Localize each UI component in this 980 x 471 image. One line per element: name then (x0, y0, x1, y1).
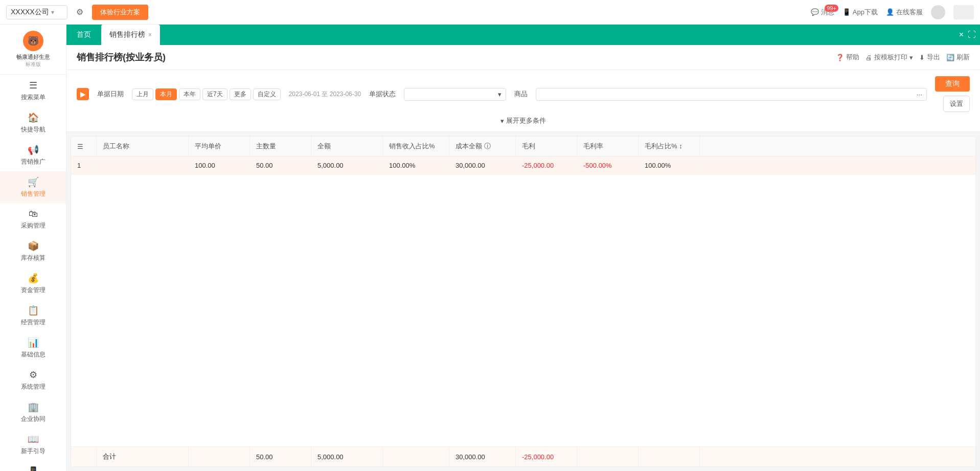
logo-bear-icon: 🐻 (28, 35, 39, 47)
window-close-icon[interactable]: × (959, 30, 964, 39)
tab-home[interactable]: 首页 (66, 25, 101, 45)
this-year-button[interactable]: 本年 (179, 88, 200, 100)
this-month-button[interactable]: 本月 (155, 88, 177, 100)
goods-select[interactable]: ··· (536, 88, 927, 101)
query-button[interactable]: 查询 (935, 76, 970, 92)
tab-close-icon[interactable]: × (148, 31, 152, 38)
template-print-button[interactable]: 🖨 按模板打印 ▾ (865, 53, 913, 62)
cell-main-qty: 50.00 (250, 156, 311, 174)
user-avatar[interactable] (931, 5, 945, 19)
export-icon: ⬇ (919, 54, 925, 61)
sidebar-item-label: 资金管理 (21, 286, 45, 295)
message-icon: 💬 (811, 8, 819, 16)
chevron-down-icon: ▾ (51, 9, 54, 16)
help-button[interactable]: ❓ 帮助 (836, 53, 859, 62)
sys-icon: ⚙ (29, 369, 37, 380)
filter-row: ▶ 单据日期 上月 本月 本年 近7天 更多 自定义 2023-06-01 至 … (77, 76, 970, 112)
template-print-label: 按模板打印 (874, 53, 907, 62)
sidebar-item-search-order[interactable]: ☰ 搜索菜单 (0, 75, 66, 107)
sidebar-item-label: 销售管理 (21, 190, 45, 198)
tab-bar-actions: × ⛶ (959, 30, 980, 39)
sidebar-item-beginner[interactable]: 📖 新手引导 (0, 429, 66, 461)
footer-gross: -25,000.00 (516, 447, 577, 466)
company-name: XXXXX公司 (11, 8, 49, 17)
col-avg-price: 平均单价 (189, 137, 250, 156)
sidebar-item-quick-nav[interactable]: 🏠 快捷导航 (0, 107, 66, 139)
user-menu[interactable] (953, 5, 974, 19)
footer-label (71, 447, 97, 466)
logo-sub: 标准版 (26, 61, 41, 68)
logo-icon: 🐻 (23, 31, 43, 51)
sidebar-item-label: 采购管理 (21, 221, 45, 230)
online-support-button[interactable]: 👤 在线客服 (886, 8, 923, 17)
refresh-icon: 🔄 (946, 54, 954, 61)
toggle-icon: ▶ (80, 90, 86, 98)
filter-area: ▶ 单据日期 上月 本月 本年 近7天 更多 自定义 2023-06-01 至 … (66, 70, 980, 132)
custom-button[interactable]: 自定义 (253, 88, 281, 100)
refresh-button[interactable]: 🔄 刷新 (946, 53, 970, 62)
footer-avg-price (189, 447, 250, 466)
sidebar-item-inventory[interactable]: 📦 库存核算 (0, 235, 66, 267)
marketing-icon: 📢 (28, 144, 39, 155)
cell-gross-ratio: 100.00% (639, 156, 700, 174)
table-body: 1 100.00 50.00 5,000.00 100.00% 30,000.0… (71, 156, 975, 446)
expand-filters-button[interactable]: ▾ 展开更多条件 (500, 116, 546, 125)
footer-total-label: 合计 (97, 447, 189, 466)
table-footer: 合计 50.00 5,000.00 30,000.00 -25,000.00 (71, 446, 975, 466)
export-button[interactable]: ⬇ 导出 (919, 53, 940, 62)
main-layout: 🐻 畅康通好生意 标准版 ☰ 搜索菜单 🏠 快捷导航 📢 营销推广 🛒 销售管理… (0, 25, 980, 471)
status-select[interactable]: ▾ (404, 88, 506, 101)
corp-icon: 🏢 (28, 401, 39, 413)
sidebar-item-sys-mgmt[interactable]: ⚙ 系统管理 (0, 364, 66, 396)
sidebar-item-label: 系统管理 (21, 383, 45, 391)
logo-area: 🐻 畅康通好生意 标准版 (0, 25, 66, 75)
sidebar-item-sales-mgmt[interactable]: 🛒 销售管理 (0, 171, 66, 204)
sidebar-item-label: 快捷导航 (21, 125, 45, 134)
sidebar-item-marketing[interactable]: 📢 营销推广 (0, 139, 66, 171)
gear-icon: ⚙ (76, 7, 83, 17)
sidebar-item-corp-collab[interactable]: 🏢 企业协同 (0, 396, 66, 429)
filter-toggle-button[interactable]: ▶ (77, 88, 89, 100)
trial-button[interactable]: 体验行业方案 (92, 5, 148, 20)
more-button[interactable]: 更多 (230, 88, 251, 100)
window-maximize-icon[interactable]: ⛶ (968, 30, 976, 39)
sidebar-item-label: 新手引导 (21, 447, 45, 456)
col-gross: 毛利 (516, 137, 577, 156)
cell-rank: 1 (71, 156, 97, 174)
cell-cost: 30,000.00 (449, 156, 516, 174)
sidebar-item-finance-mgmt[interactable]: 💰 资金管理 (0, 267, 66, 300)
tab-sales-ranking[interactable]: 销售排行榜 × (101, 25, 160, 45)
message-button[interactable]: 💬 消息 99+ (811, 8, 834, 17)
message-badge: 99+ (825, 5, 838, 12)
last-7-days-button[interactable]: 近7天 (202, 88, 227, 100)
sidebar-item-purchase-mgmt[interactable]: 🛍 采购管理 (0, 204, 66, 235)
date-options: 上月 本月 本年 近7天 更多 自定义 (132, 88, 281, 100)
setting-button[interactable]: 设置 (943, 96, 970, 112)
online-support-label: 在线客服 (896, 8, 923, 17)
sidebar-item-ops-mgmt[interactable]: 📋 经营管理 (0, 300, 66, 332)
app-download-button[interactable]: 📱 App下载 (842, 8, 878, 17)
expand-label: 展开更多条件 (506, 116, 546, 125)
col-main-qty: 主数量 (250, 137, 311, 156)
page-actions: ❓ 帮助 🖨 按模板打印 ▾ ⬇ 导出 🔄 刷新 (836, 53, 970, 62)
sidebar-item-app-center[interactable]: 📱 应用中心 (0, 461, 66, 471)
inventory-icon: 📦 (28, 240, 39, 252)
sidebar: 🐻 畅康通好生意 标准版 ☰ 搜索菜单 🏠 快捷导航 📢 营销推广 🛒 销售管理… (0, 25, 66, 471)
search-order-icon: ☰ (29, 80, 37, 91)
export-label: 导出 (927, 53, 940, 62)
sidebar-item-basic-info[interactable]: 📊 基础信息 (0, 332, 66, 364)
page-title: 销售排行榜(按业务员) (77, 51, 166, 63)
help-icon: ❓ (836, 54, 844, 61)
tab-label: 销售排行榜 (109, 30, 145, 39)
table-row[interactable]: 1 100.00 50.00 5,000.00 100.00% 30,000.0… (71, 156, 975, 175)
settings-gear-button[interactable]: ⚙ (72, 4, 88, 20)
sidebar-item-label: 营销推广 (21, 158, 45, 166)
goods-more-icon[interactable]: ··· (917, 91, 922, 98)
col-sales-ratio: 销售收入占比% (383, 137, 449, 156)
ops-icon: 📋 (28, 305, 39, 316)
finance-icon: 💰 (28, 273, 39, 284)
last-month-button[interactable]: 上月 (132, 88, 153, 100)
col-cost: 成本全额 ⓘ (449, 137, 516, 156)
footer-main-qty: 50.00 (250, 447, 311, 466)
company-selector[interactable]: XXXXX公司 ▾ (6, 5, 67, 19)
